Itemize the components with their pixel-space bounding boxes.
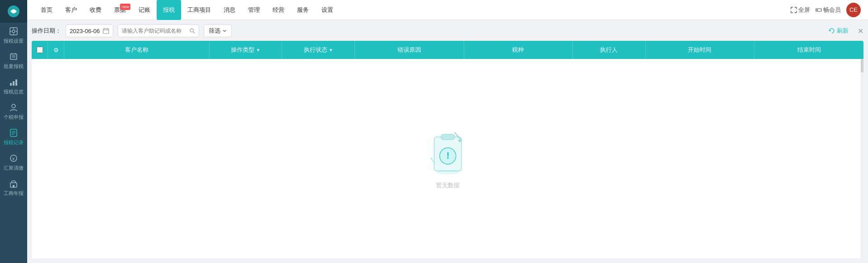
nav-jingying[interactable]: 经营 — [266, 0, 291, 20]
sidebar-item-gongshang-nianbao[interactable]: 工商年报 — [0, 175, 27, 200]
th-op-type: 操作类型 ▼ — [210, 41, 282, 59]
sidebar-item-piliang-baoshui[interactable]: 批量报税 — [0, 48, 27, 73]
search-icon — [189, 28, 195, 34]
sidebar-item-label: 批量报税 — [4, 63, 24, 70]
nav-jizhang[interactable]: 记账 — [132, 0, 157, 20]
nav-piaoju[interactable]: 票据 new — [108, 0, 132, 20]
date-label: 操作日期： — [32, 27, 61, 35]
empty-text: 暂无数据 — [436, 181, 460, 190]
topnav-right: 全屏 畅会员 CE — [791, 3, 861, 17]
table-header: ⚙ 客户名称 操作类型 ▼ 执行状态 ▼ 错误原因 税种 — [32, 41, 863, 59]
avatar[interactable]: CE — [846, 3, 861, 17]
svg-rect-11 — [10, 83, 12, 86]
th-tax-type: 税种 — [464, 41, 573, 59]
scrollbar-thumb[interactable] — [861, 59, 863, 73]
table-wrap: ⚙ 客户名称 操作类型 ▼ 执行状态 ▼ 错误原因 税种 — [32, 41, 863, 258]
fullscreen-button[interactable]: 全屏 — [791, 6, 810, 14]
svg-text:¥: ¥ — [12, 156, 15, 161]
sidebar-item-baoshui-shezhi[interactable]: 报税设置 — [0, 23, 27, 48]
nav-customers[interactable]: 客户 — [59, 0, 83, 20]
sort-icon-exec-status[interactable]: ▼ — [329, 48, 333, 53]
sidebar-item-label: 汇算清缴 — [4, 165, 24, 171]
filter-button[interactable]: 筛选 — [204, 24, 232, 37]
svg-point-29 — [190, 29, 193, 32]
fullscreen-icon — [791, 7, 797, 13]
nav-baoshui[interactable]: 报税 — [157, 0, 181, 20]
nav-gongshang[interactable]: 工商项目 — [181, 0, 217, 20]
baoshui-jilu-icon — [9, 128, 19, 138]
svg-point-38 — [431, 158, 432, 160]
sidebar-item-baoshui-jilu[interactable]: 报税记录 — [0, 124, 27, 150]
huisuan-jiaona-icon: ¥ — [9, 153, 19, 163]
th-client-name: 客户名称 — [64, 41, 210, 59]
svg-text:!: ! — [446, 151, 450, 161]
svg-rect-8 — [10, 54, 17, 59]
nav-guanli[interactable]: 管理 — [242, 0, 266, 20]
th-setting[interactable]: ⚙ — [48, 41, 64, 59]
sidebar: 报税设置 批量报税 报税总览 — [0, 0, 27, 263]
nav-homepage[interactable]: 首页 — [34, 0, 59, 20]
sidebar-item-label: 报税总览 — [4, 88, 24, 95]
search-input[interactable] — [122, 28, 189, 34]
setting-icon: ⚙ — [53, 47, 59, 54]
sidebar-item-huisuan-jiaona[interactable]: ¥ 汇算清缴 — [0, 150, 27, 175]
svg-point-39 — [436, 170, 459, 175]
empty-illustration: ! 暂无数据 — [425, 128, 470, 190]
table-body: ! 暂无数据 — [32, 59, 863, 258]
sidebar-item-label: 工商年报 — [4, 190, 24, 197]
sidebar-item-label: 报税设置 — [4, 38, 24, 44]
baoshui-zongjian-icon — [9, 77, 19, 87]
th-end-time: 结束时间 — [754, 41, 863, 59]
svg-line-30 — [193, 32, 194, 33]
toolbar: 操作日期： 2023-06-06 筛选 — [32, 24, 863, 37]
empty-state-image: ! — [425, 128, 470, 178]
sidebar-item-label: 报税记录 — [4, 139, 24, 146]
close-button[interactable]: ✕ — [858, 27, 863, 35]
svg-rect-13 — [15, 79, 17, 86]
sidebar-logo — [0, 0, 27, 23]
svg-rect-22 — [13, 185, 14, 187]
chevron-down-icon — [222, 29, 227, 33]
nav-fuwu[interactable]: 服务 — [291, 0, 315, 20]
sidebar-item-label: 个税申报 — [4, 114, 24, 121]
piliang-baoshui-icon — [9, 52, 19, 62]
refresh-icon — [829, 28, 835, 34]
geshui-shenbao-icon — [9, 102, 19, 112]
member-button[interactable]: 畅会员 — [815, 6, 841, 14]
svg-rect-25 — [103, 29, 109, 34]
baoshui-shezhi-icon — [9, 26, 19, 36]
topnav: 首页 客户 收费 票据 new 记账 报税 工商项目 消息 管理 经营 — [27, 0, 868, 20]
gongshang-nianbao-icon — [9, 179, 19, 189]
svg-point-3 — [12, 30, 15, 33]
th-start-time: 开始时间 — [646, 41, 755, 59]
th-executor: 执行人 — [573, 41, 645, 59]
svg-point-1 — [12, 10, 15, 13]
sidebar-item-geshui-shenbao[interactable]: 个税申报 — [0, 99, 27, 124]
svg-rect-12 — [13, 81, 14, 86]
th-error-reason: 错误原因 — [355, 41, 464, 59]
nav-shezhi[interactable]: 设置 — [315, 0, 340, 20]
nav-xiaoxi[interactable]: 消息 — [217, 0, 242, 20]
scrollbar-track[interactable] — [861, 59, 863, 258]
sidebar-item-baoshui-zongjian[interactable]: 报税总览 — [0, 73, 27, 99]
select-all-checkbox[interactable] — [37, 47, 43, 53]
search-wrap[interactable] — [118, 24, 199, 37]
date-input[interactable]: 2023-06-06 — [66, 24, 113, 37]
refresh-button[interactable]: 刷新 — [829, 27, 849, 35]
th-exec-status: 执行状态 ▼ — [282, 41, 355, 59]
nav-shoufei[interactable]: 收费 — [83, 0, 108, 20]
date-value: 2023-06-06 — [70, 28, 100, 34]
svg-point-24 — [817, 9, 818, 10]
piaoju-badge: new — [120, 4, 130, 10]
svg-rect-32 — [441, 134, 455, 140]
main-area: 首页 客户 收费 票据 new 记账 报税 工商项目 消息 管理 经营 — [27, 0, 868, 263]
sort-icon-op-type[interactable]: ▼ — [256, 48, 260, 53]
th-checkbox[interactable] — [32, 41, 48, 59]
member-icon — [815, 7, 822, 13]
svg-point-14 — [12, 104, 15, 108]
calendar-icon — [103, 28, 109, 34]
content-area: 操作日期： 2023-06-06 筛选 — [27, 20, 868, 263]
